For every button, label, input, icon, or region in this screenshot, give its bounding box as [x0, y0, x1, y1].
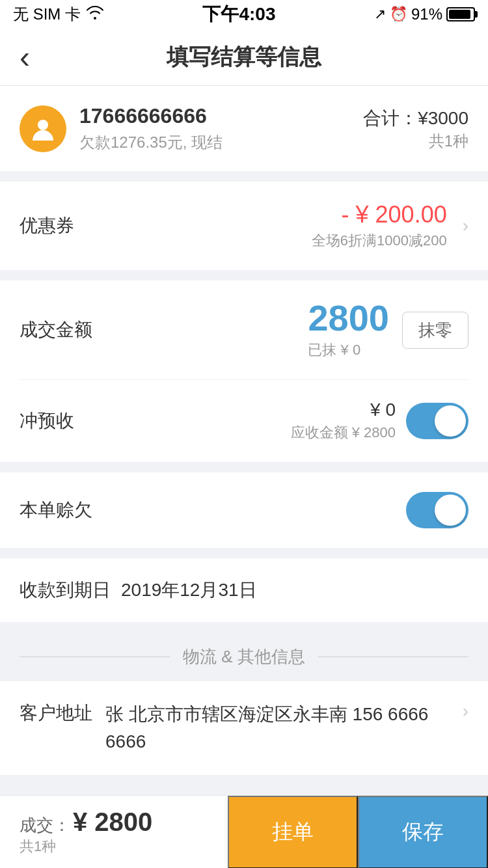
deal-amount-value: 2800 — [308, 300, 389, 336]
location-icon: ↗ — [374, 6, 386, 23]
date-value: 2019年12月31日 — [121, 578, 257, 603]
date-row: 收款到期日 2019年12月31日 — [0, 558, 488, 622]
back-button[interactable]: ‹ — [20, 39, 59, 75]
total-amount: 合计：¥3000 — [363, 106, 468, 131]
round-zero-button[interactable]: 抹零 — [402, 312, 468, 349]
address-value: 张 北京市市辖区海淀区永丰南 156 6666 6666 — [105, 701, 457, 755]
deal-row: 成交金额 2800 已抹 ¥ 0 抹零 — [0, 280, 488, 379]
page-title: 填写结算等信息 — [167, 42, 321, 72]
customer-debt: 欠款1276.35元, 现结 — [79, 132, 223, 153]
deal-sub: 已抹 ¥ 0 — [308, 340, 389, 360]
due-date-section: 收款到期日 2019年12月31日 — [0, 558, 488, 622]
divider-line-left — [20, 657, 170, 657]
logistics-divider: 物流 & 其他信息 — [0, 632, 488, 681]
battery-fill — [449, 10, 470, 19]
content: 17666666666 欠款1276.35元, 现结 合计：¥3000 共1种 … — [0, 86, 488, 868]
status-left: 无 SIM 卡 — [13, 4, 104, 25]
chong-label: 冲预收 — [20, 409, 74, 433]
bottom-left: 成交： ¥ 2800 共1种 — [0, 807, 228, 856]
coupon-desc: 全场6折满1000减200 — [312, 231, 447, 251]
save-button[interactable]: 保存 — [358, 796, 488, 869]
status-bar: 无 SIM 卡 下午4:03 ↗ ⏰ 91% — [0, 0, 488, 29]
coupon-right: - ¥ 200.00 全场6折满1000减200 › — [312, 201, 468, 251]
svg-point-0 — [38, 120, 48, 130]
bandan-label: 本单赊欠 — [20, 498, 92, 522]
bottom-deal-amount: ¥ 2800 — [73, 807, 152, 837]
chong-yushou-row: 冲预收 ¥ 0 应收金额 ¥ 2800 — [0, 380, 488, 462]
address-chevron: › — [463, 701, 468, 722]
avatar — [20, 105, 66, 152]
bottom-deal-count: 共1种 — [20, 837, 208, 856]
address-section: 客户地址 张 北京市市辖区海淀区永丰南 156 6666 6666 › — [0, 681, 488, 775]
date-label: 收款到期日 — [20, 578, 111, 603]
customer-info: 17666666666 欠款1276.35元, 现结 — [79, 104, 223, 153]
coupon-amount: - ¥ 200.00 — [312, 201, 447, 228]
coupon-section: 优惠券 - ¥ 200.00 全场6折满1000减200 › — [0, 182, 488, 270]
alarm-icon: ⏰ — [390, 6, 407, 23]
chong-amount: ¥ 0 — [291, 400, 396, 420]
customer-right: 合计：¥3000 共1种 — [363, 106, 468, 152]
wifi-icon — [86, 5, 104, 23]
status-time: 下午4:03 — [202, 2, 275, 27]
chong-due: 应收金额 ¥ 2800 — [291, 423, 396, 442]
bandan-section: 本单赊欠 — [0, 472, 488, 548]
coupon-label: 优惠券 — [20, 213, 74, 238]
battery-icon — [446, 7, 475, 21]
status-right: ↗ ⏰ 91% — [374, 5, 475, 23]
bandan-toggle[interactable] — [406, 492, 468, 528]
bandan-row: 本单赊欠 — [0, 472, 488, 548]
customer-card: 17666666666 欠款1276.35元, 现结 合计：¥3000 共1种 — [0, 86, 488, 171]
hang-button[interactable]: 挂单 — [228, 796, 358, 869]
nav-bar: ‹ 填写结算等信息 — [0, 29, 488, 86]
deal-section: 成交金额 2800 已抹 ¥ 0 抹零 冲预收 ¥ 0 应收金额 ¥ 2800 — [0, 280, 488, 462]
divider-text: 物流 & 其他信息 — [183, 645, 305, 668]
chong-right: ¥ 0 应收金额 ¥ 2800 — [291, 400, 468, 442]
customer-phone: 17666666666 — [79, 104, 223, 128]
coupon-chevron: › — [463, 215, 468, 236]
no-sim-text: 无 SIM 卡 — [13, 4, 81, 25]
address-label: 客户地址 — [20, 701, 92, 726]
address-row[interactable]: 客户地址 张 北京市市辖区海淀区永丰南 156 6666 6666 › — [0, 681, 488, 775]
chong-yushou-toggle[interactable] — [406, 403, 468, 439]
deal-amount-label: 成交金额 — [20, 318, 92, 342]
total-count: 共1种 — [363, 131, 468, 152]
customer-left: 17666666666 欠款1276.35元, 现结 — [20, 104, 223, 153]
battery-percent: 91% — [411, 5, 442, 23]
deal-right: 2800 已抹 ¥ 0 抹零 — [308, 300, 468, 360]
coupon-row[interactable]: 优惠券 - ¥ 200.00 全场6折满1000减200 › — [0, 182, 488, 270]
divider-line-right — [318, 657, 468, 657]
bottom-bar: 成交： ¥ 2800 共1种 挂单 保存 — [0, 795, 488, 868]
bottom-deal-label: 成交： — [20, 814, 70, 837]
